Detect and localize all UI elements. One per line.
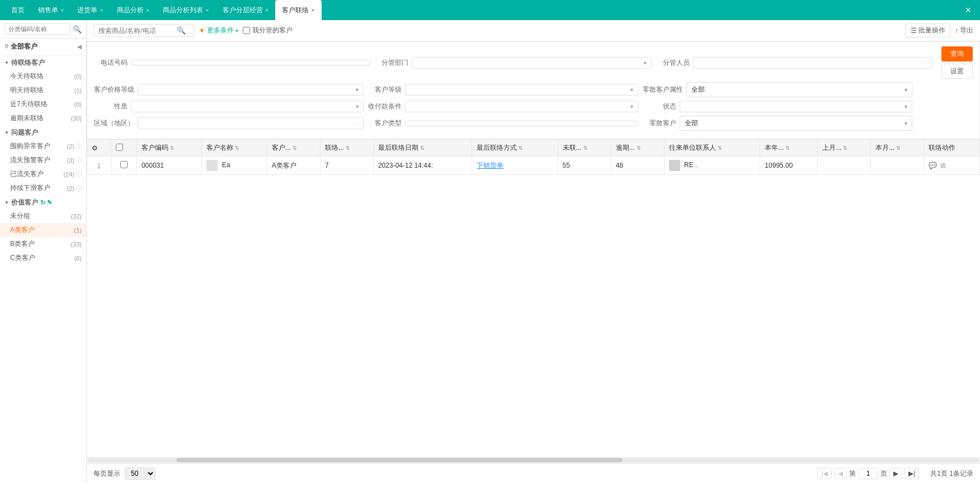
last-page-btn[interactable]: ▶| — [904, 468, 919, 479]
payment-input[interactable]: ▾ — [405, 101, 638, 112]
price-caret-icon: ▾ — [356, 87, 359, 93]
sort-date-icon[interactable]: ⇅ — [420, 145, 425, 151]
sidebar-item-class-b[interactable]: B类客户 (33) — [0, 237, 86, 251]
nav-close-purchase[interactable]: × — [100, 7, 103, 13]
horizontal-scrollbar[interactable] — [87, 457, 980, 463]
per-page-select[interactable]: 50 100 200 — [125, 467, 156, 480]
sidebar-search-icon[interactable]: 🔍 — [73, 25, 82, 34]
sidebar-item-churn-warning[interactable]: 流失预警客户 (3) ⓘ — [0, 153, 86, 167]
sort-method-icon[interactable]: ⇅ — [519, 145, 523, 151]
filter-nature: 性质 ▾ — [94, 101, 364, 112]
sort-contact-icon[interactable]: ⇅ — [346, 145, 350, 151]
nav-purchase[interactable]: 进货单 × — [70, 0, 110, 20]
dept-caret-icon: ▾ — [644, 60, 647, 66]
sidebar-item-tomorrow[interactable]: 明天待联络 (1) — [0, 83, 86, 97]
sidebar-item-overdue[interactable]: 逾期未联络 (30) — [0, 111, 86, 125]
action-icon-1[interactable]: 💬 — [929, 162, 937, 169]
window-close-button[interactable]: × — [960, 4, 976, 16]
page-number-input[interactable] — [858, 468, 878, 479]
triangle-icon-pending: ▼ — [4, 60, 9, 65]
sort-this-month-icon[interactable]: ⇅ — [896, 145, 901, 151]
my-customers-checkbox[interactable]: 我分管的客户 — [243, 26, 293, 35]
customer-level-input[interactable]: ▾ — [405, 84, 638, 96]
sidebar-item-class-c[interactable]: C类客户 (6) — [0, 251, 86, 265]
prev-page-btn[interactable]: ◀ — [834, 468, 847, 479]
retail-attr-input[interactable]: 全部 ▾ — [686, 82, 912, 97]
sort-uncontacted-icon[interactable]: ⇅ — [583, 145, 588, 151]
edit-group-icon[interactable]: ✎ — [47, 199, 52, 206]
table-row: 1 000031 Ea A类客户 — [87, 157, 980, 175]
sort-contact-person-icon[interactable]: ⇅ — [718, 145, 722, 151]
nav-product-analysis[interactable]: 商品分析 × — [110, 0, 156, 20]
group-problem-customers[interactable]: ▼ 问题客户 — [0, 125, 86, 139]
phone-input[interactable] — [131, 60, 370, 65]
retail-customer-input[interactable]: 全部 ▾ — [680, 116, 912, 131]
manager-input[interactable]: ··· — [693, 57, 932, 69]
last-method-link[interactable]: 下销货单 — [477, 162, 503, 169]
sort-this-year-icon[interactable]: ⇅ — [785, 145, 790, 151]
sort-type-icon[interactable]: ⇅ — [293, 145, 297, 151]
nav-close-sales[interactable]: × — [60, 7, 64, 13]
sidebar-search-input[interactable] — [4, 23, 70, 35]
filter-row-3: 性质 ▾ 收付款条件 ▾ 状态 — [94, 101, 973, 112]
status-input[interactable]: ▾ — [680, 101, 912, 112]
more-filters-btn[interactable]: ▼ 更多条件 ▾ — [199, 26, 238, 35]
contact-person-avatar — [669, 160, 680, 171]
search-icon[interactable]: 🔍 — [177, 26, 186, 35]
my-customers-check[interactable] — [243, 27, 250, 34]
triangle-icon-value: ▼ — [4, 200, 9, 205]
search-box: 🔍 — [93, 24, 194, 37]
region-input[interactable]: ··· — [138, 117, 364, 129]
sidebar-item-7days[interactable]: 近7天待联络 (0) — [0, 97, 86, 111]
sidebar-item-unclassified[interactable]: 未分组 (32) — [0, 209, 86, 223]
group-pending-contact[interactable]: ▼ 待联络客户 — [0, 55, 86, 69]
nav-close-customer-contact[interactable]: × — [311, 7, 314, 13]
price-level-input[interactable]: ▾ — [138, 84, 364, 96]
next-page-btn[interactable]: ▶ — [889, 468, 902, 479]
export-icon: ↑ — [955, 27, 958, 35]
search-input[interactable] — [98, 27, 177, 35]
row-seq: 1 — [87, 157, 111, 175]
row-checkbox[interactable] — [120, 161, 128, 168]
col-gear[interactable]: ⚙ — [87, 140, 111, 157]
sort-code-icon[interactable]: ⇅ — [170, 145, 175, 151]
sidebar-item-churned[interactable]: 已流失客户 (24) ⓘ — [0, 167, 86, 181]
action-icon-2[interactable]: ⊞ — [940, 162, 946, 169]
filter-customer-type: 客户类型 — [368, 119, 638, 128]
group-value-customers[interactable]: ▼ 价值客户 ↻ ✎ — [0, 195, 86, 209]
row-last-method: 下销货单 — [472, 157, 558, 175]
sidebar-item-hoarding[interactable]: 囤购异常客户 (2) ⓘ — [0, 139, 86, 153]
manager-dots-icon: ··· — [923, 60, 927, 66]
nav-close-customer-segment[interactable]: × — [265, 7, 268, 13]
row-uncontacted: 55 — [558, 157, 611, 175]
sidebar-item-declining[interactable]: 持续下滑客户 (2) ⓘ — [0, 181, 86, 195]
scroll-thumb[interactable] — [177, 458, 623, 462]
sort-last-month-icon[interactable]: ⇅ — [843, 145, 847, 151]
query-button[interactable]: 查询 — [941, 46, 973, 61]
sort-name-icon[interactable]: ⇅ — [235, 145, 239, 151]
sort-overdue-icon[interactable]: ⇅ — [637, 145, 641, 151]
sidebar-item-today[interactable]: 今天待联络 (0) — [0, 69, 86, 83]
filter-row-2: 客户价格等级 ▾ 客户等级 ▾ 零散客户属性 全部 — [94, 82, 973, 97]
export-button[interactable]: ↑ 导出 — [955, 26, 973, 35]
row-this-year: 10995.00 — [760, 157, 818, 175]
nav-product-list[interactable]: 商品分析列表 × — [156, 0, 215, 20]
nav-sales[interactable]: 销售单 × — [31, 0, 70, 20]
select-all-checkbox[interactable] — [116, 144, 123, 151]
all-customers-header[interactable]: ⠿ 全部客户 ◀ — [0, 39, 86, 55]
nature-input[interactable]: ▾ — [131, 101, 364, 112]
nav-customer-segment[interactable]: 客户分层经营 × — [216, 0, 275, 20]
sidebar-item-class-a[interactable]: A类客户 (1) — [0, 223, 86, 237]
dept-input[interactable]: ▾ — [412, 57, 651, 69]
nav-home[interactable]: 首页 — [4, 0, 31, 20]
nav-close-product-analysis[interactable]: × — [146, 7, 149, 13]
settings-button[interactable]: 设置 — [941, 64, 973, 79]
customer-type-input[interactable] — [405, 121, 638, 126]
row-last-date: 2023-04-12 14:44: — [373, 157, 472, 175]
first-page-btn[interactable]: |◀ — [817, 468, 832, 479]
row-this-month — [871, 157, 924, 175]
refresh-icon[interactable]: ↻ — [40, 199, 45, 206]
batch-op-button[interactable]: ☰ 批量操作 — [906, 23, 950, 37]
nav-customer-contact[interactable]: 客户联络 × — [275, 0, 321, 20]
nav-close-product-list[interactable]: × — [205, 7, 209, 13]
